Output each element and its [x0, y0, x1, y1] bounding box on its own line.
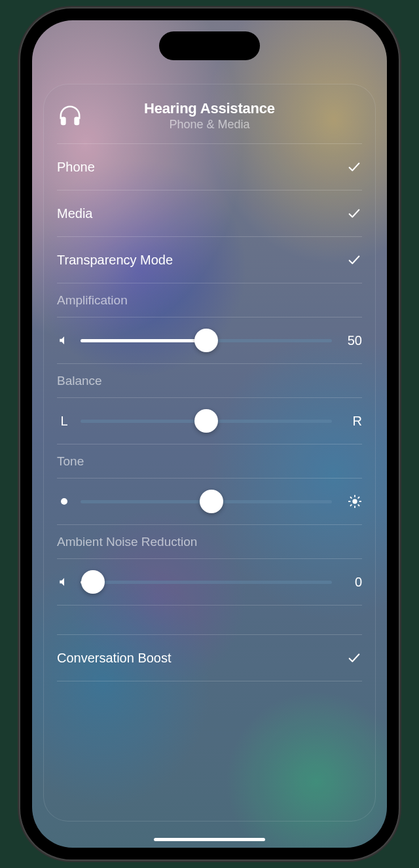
- slider-thumb[interactable]: [194, 409, 218, 433]
- svg-line-9: [358, 497, 359, 497]
- tone-slider[interactable]: [57, 479, 362, 525]
- slider-thumb[interactable]: [194, 329, 218, 352]
- balance-label: Balance: [57, 364, 362, 398]
- hearing-assistance-panel: Hearing Assistance Phone & Media Phone M…: [43, 84, 376, 822]
- balance-slider[interactable]: L R: [57, 398, 362, 444]
- svg-point-1: [352, 499, 357, 503]
- checkmark-icon: [346, 252, 362, 268]
- slider-thumb[interactable]: [81, 570, 105, 594]
- slider-track[interactable]: [81, 339, 332, 342]
- screen: Hearing Assistance Phone & Media Phone M…: [32, 20, 387, 848]
- spacer: [57, 606, 362, 635]
- option-transparency-mode[interactable]: Transparency Mode: [57, 237, 362, 283]
- slider-track[interactable]: [81, 500, 332, 503]
- slider-thumb[interactable]: [200, 490, 223, 513]
- slider-value: 0: [341, 575, 362, 590]
- svg-line-5: [358, 505, 359, 505]
- panel-header: Hearing Assistance Phone & Media: [57, 84, 362, 144]
- tone-label: Tone: [57, 444, 362, 479]
- phone-frame: Hearing Assistance Phone & Media Phone M…: [20, 9, 399, 859]
- option-label: Conversation Boost: [57, 651, 172, 666]
- option-label: Phone: [57, 160, 95, 175]
- speaker-low-icon: [57, 576, 71, 588]
- option-media[interactable]: Media: [57, 190, 362, 237]
- balance-right-label: R: [341, 414, 362, 429]
- amplification-slider[interactable]: 50: [57, 317, 362, 364]
- dynamic-island: [159, 31, 260, 60]
- brightness-icon: [341, 494, 362, 509]
- slider-track[interactable]: [81, 581, 332, 584]
- balance-left-label: L: [57, 414, 71, 429]
- checkmark-icon: [346, 206, 362, 221]
- panel-title: Hearing Assistance: [57, 100, 362, 117]
- ambient-noise-label: Ambient Noise Reduction: [57, 525, 362, 559]
- checkmark-icon: [346, 159, 362, 175]
- amplification-label: Amplification: [57, 283, 362, 317]
- panel-subtitle: Phone & Media: [57, 118, 362, 132]
- speaker-low-icon: [57, 335, 71, 346]
- slider-value: 50: [341, 333, 362, 348]
- option-label: Transparency Mode: [57, 253, 173, 268]
- option-label: Media: [57, 206, 92, 221]
- slider-track[interactable]: [81, 420, 332, 423]
- option-conversation-boost[interactable]: Conversation Boost: [57, 635, 362, 681]
- dot-icon: [57, 497, 71, 505]
- checkmark-icon: [346, 650, 362, 666]
- home-indicator[interactable]: [154, 838, 265, 841]
- ambient-noise-slider[interactable]: 0: [57, 559, 362, 606]
- option-phone[interactable]: Phone: [57, 144, 362, 190]
- svg-point-0: [61, 498, 67, 505]
- svg-line-4: [350, 497, 351, 497]
- svg-line-8: [350, 505, 351, 505]
